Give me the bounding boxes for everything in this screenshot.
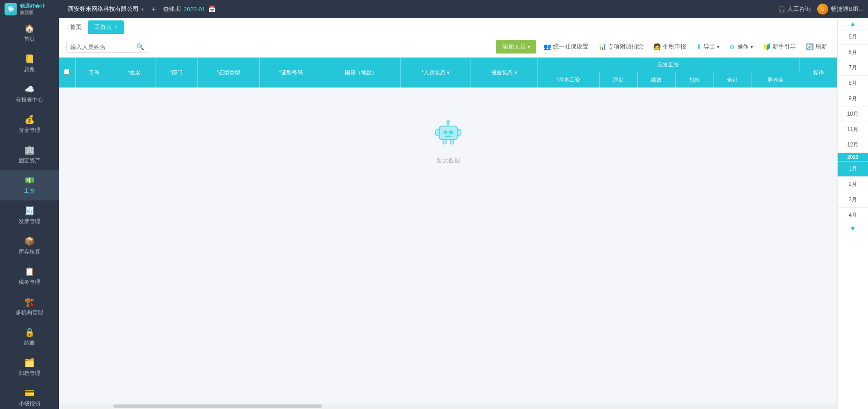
app-title: 畅通好会计 bbox=[20, 3, 45, 10]
sidebar-item-inventory[interactable]: 📦 库存核算 bbox=[0, 231, 59, 261]
add-person-chevron-icon: ▾ bbox=[528, 44, 530, 49]
sidebar-item-invoice[interactable]: 🧾 发票管理 bbox=[0, 200, 59, 231]
table-wrap: 工号 *姓名 *部门 *证型类型 *证型号码 国籍（地区） *人员状态 ▾ 报送… bbox=[59, 58, 837, 404]
th-payroll-group: 应发工资 bbox=[537, 58, 800, 73]
empty-state: 暂无数据 bbox=[59, 88, 837, 192]
month-item-2[interactable]: 2月 bbox=[838, 177, 868, 192]
sidebar-item-assets[interactable]: 🏢 固定资产 bbox=[0, 140, 59, 170]
operation-button[interactable]: ⚙ 操作 ▾ bbox=[727, 41, 756, 53]
header-actions: ＋ ⚙ bbox=[150, 5, 169, 14]
month-scroll-down-button[interactable]: ▼ bbox=[838, 223, 868, 234]
special-deduction-button[interactable]: 📊 专项附加扣除 bbox=[596, 41, 646, 53]
th-base-salary: *基本工资 bbox=[537, 73, 599, 88]
checkbox-header[interactable] bbox=[59, 58, 75, 88]
sidebar-label-fund: 资金管理 bbox=[19, 127, 40, 134]
support-button[interactable]: 🎧 人工咨询 bbox=[778, 5, 811, 13]
month-item-12[interactable]: 12月 bbox=[838, 137, 868, 153]
newbie-guide-button[interactable]: 🔰 新手引导 bbox=[760, 41, 799, 53]
fund-icon: 💰 bbox=[24, 115, 34, 125]
close-period-icon: 🔒 bbox=[24, 327, 34, 337]
sidebar-item-close[interactable]: 🔒 结账 bbox=[0, 322, 59, 352]
export-icon: ⬇ bbox=[696, 43, 702, 50]
logo-area: 畅 畅通好会计 旗舰版 bbox=[5, 3, 63, 16]
sidebar-label-home: 首页 bbox=[24, 35, 35, 43]
add-button[interactable]: ＋ bbox=[150, 5, 157, 14]
special-deduction-icon: 📊 bbox=[598, 43, 606, 50]
sidebar-label-archive: 归档管理 bbox=[19, 370, 40, 377]
operation-icon: ⚙ bbox=[729, 43, 735, 50]
top-header: 畅 畅通好会计 旗舰版 西安虾米网络科技有限公司 ▾ ＋ ⚙ 账期 2023-0… bbox=[0, 0, 868, 18]
year-badge: 2023 bbox=[838, 153, 868, 161]
scrollbar-thumb bbox=[113, 404, 322, 408]
export-label: 导出 bbox=[703, 43, 715, 51]
svg-point-5 bbox=[446, 120, 450, 124]
social-security-icon: 👥 bbox=[543, 43, 551, 50]
th-cert-type: *证型类型 bbox=[197, 58, 259, 88]
calendar-icon[interactable]: 📅 bbox=[208, 5, 216, 13]
cloud-icon: ☁️ bbox=[24, 84, 34, 94]
social-security-button[interactable]: 👥 统一社保设置 bbox=[541, 41, 591, 53]
select-all-checkbox[interactable] bbox=[64, 69, 70, 75]
tab-home[interactable]: 首页 bbox=[63, 20, 88, 34]
sidebar-item-multi[interactable]: 🏗️ 多机构管理 bbox=[0, 292, 59, 322]
th-person-status[interactable]: *人员状态 ▾ bbox=[401, 58, 471, 88]
sidebar-item-archive[interactable]: 🗂️ 归档管理 bbox=[0, 352, 59, 383]
tax-report-button[interactable]: 🧑 个税申报 bbox=[650, 41, 689, 53]
empty-text: 暂无数据 bbox=[436, 156, 460, 165]
month-item-4[interactable]: 4月 bbox=[838, 208, 868, 223]
th-total: 合计 bbox=[713, 73, 752, 88]
month-item-7[interactable]: 7月 bbox=[838, 60, 868, 76]
sidebar-label-cloud: 云报表中心 bbox=[16, 96, 43, 104]
th-pension: 养老金 bbox=[752, 73, 799, 88]
sidebar-label-ledger: 总账 bbox=[24, 66, 35, 73]
refresh-icon: 🔄 bbox=[806, 43, 814, 50]
th-report-status[interactable]: 报送状态 ▾ bbox=[471, 58, 537, 88]
refresh-button[interactable]: 🔄 刷新 bbox=[803, 41, 830, 53]
month-item-5[interactable]: 5月 bbox=[838, 29, 868, 45]
month-item-6[interactable]: 6月 bbox=[838, 45, 868, 60]
settings-icon-btn[interactable]: ⚙ bbox=[163, 5, 169, 14]
tab-close-icon[interactable]: × bbox=[115, 24, 117, 30]
empty-icon bbox=[430, 115, 466, 151]
payroll-table: 工号 *姓名 *部门 *证型类型 *证型号码 国籍（地区） *人员状态 ▾ 报送… bbox=[59, 58, 837, 88]
month-item-11[interactable]: 11月 bbox=[838, 122, 868, 137]
sidebar-item-fund[interactable]: 💰 资金管理 bbox=[0, 109, 59, 140]
month-item-9[interactable]: 9月 bbox=[838, 91, 868, 107]
svg-rect-9 bbox=[450, 140, 454, 144]
sidebar-item-expense[interactable]: 💳 小畅报销 bbox=[0, 383, 59, 409]
sidebar-item-ledger[interactable]: 📒 总账 bbox=[0, 49, 59, 79]
account-period: 账期 2023-01 📅 bbox=[169, 5, 216, 13]
assets-icon: 🏢 bbox=[24, 145, 34, 155]
sidebar-label-invoice: 发票管理 bbox=[19, 218, 40, 225]
period-value: 2023-01 bbox=[184, 6, 205, 13]
expense-icon: 💳 bbox=[24, 388, 34, 398]
month-item-1-active[interactable]: 1月 bbox=[838, 161, 868, 177]
special-deduction-label: 专项附加扣除 bbox=[608, 43, 643, 51]
export-chevron-icon: ▾ bbox=[717, 44, 719, 49]
sidebar-item-payroll[interactable]: 💵 工资 bbox=[0, 170, 59, 200]
company-selector[interactable]: 西安虾米网络科技有限公司 ▾ bbox=[68, 5, 144, 13]
add-person-button[interactable]: 添加人员 ▾ bbox=[496, 40, 536, 54]
svg-rect-6 bbox=[436, 129, 439, 136]
month-item-3[interactable]: 3月 bbox=[838, 192, 868, 208]
operation-chevron-icon: ▾ bbox=[751, 44, 753, 49]
user-info[interactable]: U 畅捷通B组... bbox=[817, 4, 863, 15]
invoice-icon: 🧾 bbox=[24, 206, 34, 216]
search-input[interactable] bbox=[70, 44, 134, 50]
newbie-guide-label: 新手引导 bbox=[772, 43, 796, 51]
month-scroll-up-button[interactable]: ▲ bbox=[838, 18, 868, 29]
month-item-8[interactable]: 8月 bbox=[838, 76, 868, 91]
sidebar-item-home[interactable]: 🏠 首页 bbox=[0, 18, 59, 49]
th-dept: *部门 bbox=[155, 58, 198, 88]
table-scrollbar[interactable] bbox=[59, 404, 837, 409]
export-button[interactable]: ⬇ 导出 ▾ bbox=[693, 41, 722, 53]
sidebar-item-cloud[interactable]: ☁️ 云报表中心 bbox=[0, 79, 59, 109]
person-status-filter-icon: ▾ bbox=[447, 69, 450, 76]
th-performance: 绩效 bbox=[637, 73, 675, 88]
month-item-10[interactable]: 10月 bbox=[838, 107, 868, 122]
sidebar-item-tax[interactable]: 📋 税务管理 bbox=[0, 261, 59, 292]
th-operations: 操作 bbox=[800, 58, 837, 88]
sidebar-label-close: 结账 bbox=[24, 339, 35, 347]
tab-payroll[interactable]: 工资表 × bbox=[88, 20, 124, 34]
th-allowance: 津贴 bbox=[599, 73, 637, 88]
